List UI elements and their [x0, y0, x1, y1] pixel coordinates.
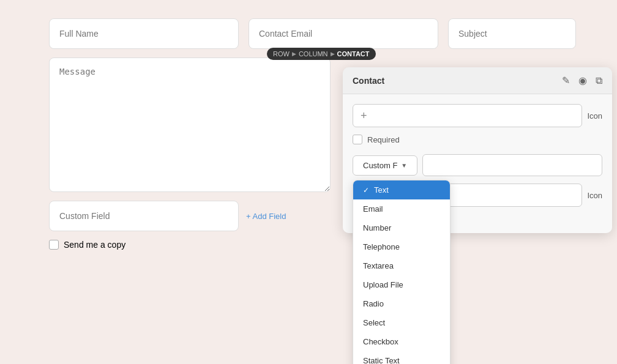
breadcrumb-row[interactable]: ROW	[273, 50, 290, 58]
breadcrumb-contact[interactable]: CONTACT	[337, 50, 370, 58]
add-field-link[interactable]: + Add Field	[246, 212, 286, 221]
dropdown-item-number-label: Number	[363, 223, 391, 232]
icon-input-row: + Icon	[353, 104, 602, 127]
dropdown-item-static-text[interactable]: Static Text	[353, 351, 450, 364]
type-dropdown-menu: ✓ Text Email Number Telephone Textarea U…	[353, 180, 451, 364]
dropdown-item-text[interactable]: ✓ Text	[353, 180, 450, 199]
subject-input[interactable]	[448, 18, 576, 49]
plus-icon: +	[361, 110, 367, 122]
custom-field-btn[interactable]: Custom F ▼	[353, 155, 417, 176]
send-copy-row: Send me a copy	[49, 240, 568, 250]
dropdown-item-number[interactable]: Number	[353, 218, 450, 237]
icon-input-field[interactable]: +	[353, 104, 582, 127]
edit-icon[interactable]: ✎	[562, 75, 570, 86]
panel-field-input[interactable]	[422, 154, 602, 176]
form-row-1	[49, 18, 568, 49]
dropdown-item-select[interactable]: Select	[353, 313, 450, 332]
icon-label: Icon	[587, 111, 602, 121]
message-input[interactable]	[49, 58, 331, 192]
panel-icons: ✎ ◉ ⧉	[562, 75, 602, 86]
custom-field-input[interactable]	[49, 201, 239, 231]
dropdown-item-text-label: Text	[374, 185, 389, 195]
dropdown-item-upload-label: Upload File	[363, 280, 403, 289]
dropdown-item-textarea[interactable]: Textarea	[353, 256, 450, 275]
breadcrumb: ROW ▶ COLUMN ▶ CONTACT	[267, 48, 376, 60]
breadcrumb-arrow-1: ▶	[292, 51, 296, 57]
required-checkbox[interactable]	[353, 135, 362, 144]
send-copy-checkbox[interactable]	[49, 240, 59, 250]
panel-title: Contact	[353, 76, 384, 86]
dropdown-item-static-text-label: Static Text	[363, 356, 400, 364]
dropdown-item-email[interactable]: Email	[353, 199, 450, 218]
dropdown-item-email-label: Email	[363, 204, 383, 214]
full-name-input[interactable]	[49, 18, 239, 49]
custom-btn-label: Custom F	[363, 161, 397, 170]
dropdown-item-radio-label: Radio	[363, 299, 384, 308]
contact-email-input[interactable]	[249, 18, 438, 49]
dropdown-item-checkbox-label: Checkbox	[363, 337, 398, 346]
required-row: Required	[353, 135, 602, 144]
second-icon-label: Icon	[587, 191, 602, 200]
breadcrumb-column[interactable]: COLUMN	[299, 50, 328, 58]
dropdown-arrow-icon: ▼	[401, 162, 407, 169]
send-copy-label: Send me a copy	[64, 240, 125, 250]
breadcrumb-arrow-2: ▶	[331, 51, 335, 57]
dropdown-item-upload[interactable]: Upload File	[353, 275, 450, 294]
checkmark-icon: ✓	[363, 186, 369, 195]
dropdown-item-select-label: Select	[363, 318, 385, 327]
panel-custom-row: Custom F ▼ ✓ Text Email Number Telephone	[353, 154, 602, 176]
panel-body: + Icon Required Custom F ▼ ✓ Text	[343, 94, 612, 233]
dropdown-item-textarea-label: Textarea	[363, 261, 394, 270]
panel-header: Contact ✎ ◉ ⧉	[343, 67, 612, 94]
copy-icon[interactable]: ⧉	[596, 75, 602, 86]
eye-icon[interactable]: ◉	[578, 75, 587, 86]
contact-panel: Contact ✎ ◉ ⧉ + Icon Required Custom F ▼	[343, 67, 612, 233]
dropdown-item-checkbox[interactable]: Checkbox	[353, 332, 450, 351]
required-label: Required	[367, 135, 400, 144]
dropdown-item-telephone[interactable]: Telephone	[353, 237, 450, 256]
dropdown-item-telephone-label: Telephone	[363, 242, 400, 251]
dropdown-item-radio[interactable]: Radio	[353, 294, 450, 313]
